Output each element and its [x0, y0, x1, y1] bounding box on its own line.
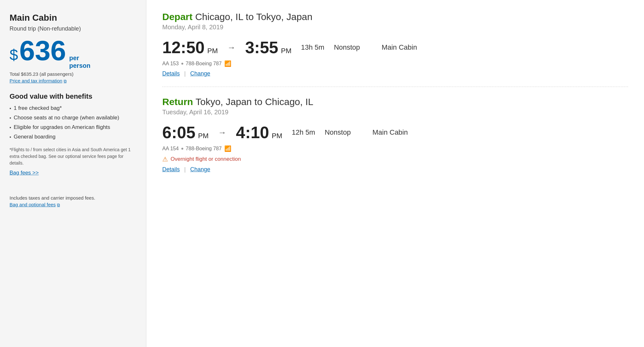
- return-info-row: AA 154 788-Boeing 787 📶: [162, 145, 628, 152]
- bag-fees-link[interactable]: Bag fees >>: [10, 170, 135, 176]
- total-label: Total $635.23 (all passengers): [10, 71, 135, 77]
- depart-duration: 13h 5m: [301, 43, 324, 52]
- overnight-text: Overnight flight or connection: [171, 156, 241, 162]
- footnote: *Flights to / from select cities in Asia…: [10, 146, 135, 166]
- return-duration: 12h 5m: [292, 128, 315, 137]
- arrow-icon-return: →: [218, 128, 227, 138]
- external-link-icon: ⧉: [64, 79, 68, 83]
- price-amount: 636: [19, 37, 66, 65]
- return-change-link[interactable]: Change: [190, 166, 210, 173]
- right-panel: Depart Chicago, IL to Tokyo, Japan Monda…: [146, 0, 644, 347]
- depart-date: Monday, April 8, 2019: [162, 24, 628, 31]
- depart-cabin: Main Cabin: [382, 43, 417, 52]
- return-links-row: Details | Change: [162, 166, 628, 173]
- price-dollar-sign: $: [10, 46, 18, 64]
- wifi-icon-return: 📶: [224, 145, 231, 152]
- benefits-title: Good value with benefits: [10, 92, 135, 101]
- depart-flight-number: AA 153: [162, 61, 179, 67]
- benefit-item-2: Choose seats at no charge (when availabl…: [10, 115, 135, 121]
- return-date: Tuesday, April 16, 2019: [162, 109, 628, 116]
- depart-times-row: 12:50 PM → 3:55 PM 13h 5m Nonstop Main C…: [162, 38, 628, 57]
- return-details-link[interactable]: Details: [162, 166, 180, 173]
- depart-aircraft: 788-Boeing 787: [186, 61, 222, 67]
- arrow-icon: →: [227, 43, 235, 53]
- per-person-label: per person: [69, 54, 91, 69]
- depart-title: Depart Chicago, IL to Tokyo, Japan: [162, 11, 628, 22]
- depart-details-link[interactable]: Details: [162, 70, 180, 77]
- round-trip-label: Round trip (Non-refundable): [10, 25, 135, 32]
- depart-info-row: AA 153 788-Boeing 787 📶: [162, 60, 628, 67]
- depart-nonstop: Nonstop: [334, 43, 372, 52]
- depart-change-link[interactable]: Change: [190, 70, 210, 77]
- warning-triangle-icon: ⚠: [162, 155, 168, 163]
- return-depart-time: 6:05 PM: [162, 123, 209, 142]
- external-link-icon-2: ⧉: [57, 202, 61, 207]
- benefit-list: 1 free checked bag* Choose seats at no c…: [10, 105, 135, 140]
- dot-separator-2: [181, 148, 183, 150]
- wifi-icon: 📶: [224, 60, 231, 67]
- dot-separator: [181, 63, 183, 65]
- left-panel: Main Cabin Round trip (Non-refundable) $…: [0, 0, 146, 347]
- cabin-title: Main Cabin: [10, 13, 135, 23]
- flight-divider: [162, 87, 628, 87]
- return-flight-section: Return Tokyo, Japan to Chicago, IL Tuesd…: [162, 96, 628, 173]
- bag-optional-link[interactable]: Bag and optional fees ⧉: [10, 202, 61, 207]
- depart-time: 12:50 PM: [162, 38, 218, 57]
- depart-header: Depart Chicago, IL to Tokyo, Japan Monda…: [162, 11, 628, 31]
- price-tax-link[interactable]: Price and tax information ⧉: [10, 78, 68, 83]
- return-nonstop: Nonstop: [325, 128, 363, 137]
- benefit-item-1: 1 free checked bag*: [10, 105, 135, 111]
- depart-links-row: Details | Change: [162, 70, 628, 77]
- price-row: $ 636 per person: [10, 37, 135, 69]
- return-title: Return Tokyo, Japan to Chicago, IL: [162, 96, 628, 107]
- overnight-warning: ⚠ Overnight flight or connection: [162, 155, 628, 163]
- return-header: Return Tokyo, Japan to Chicago, IL Tuesd…: [162, 96, 628, 116]
- includes-label: Includes taxes and carrier imposed fees.: [10, 195, 135, 201]
- return-arrive-time: 4:10 PM: [236, 123, 283, 142]
- depart-flight-section: Depart Chicago, IL to Tokyo, Japan Monda…: [162, 11, 628, 77]
- return-cabin: Main Cabin: [372, 128, 408, 137]
- benefit-item-3: Eligible for upgrades on American flight…: [10, 124, 135, 131]
- return-times-row: 6:05 PM → 4:10 PM 12h 5m Nonstop Main Ca…: [162, 123, 628, 142]
- return-aircraft: 788-Boeing 787: [186, 146, 222, 152]
- arrive-time: 3:55 PM: [245, 38, 291, 57]
- return-flight-number: AA 154: [162, 146, 179, 152]
- benefit-item-4: General boarding: [10, 134, 135, 140]
